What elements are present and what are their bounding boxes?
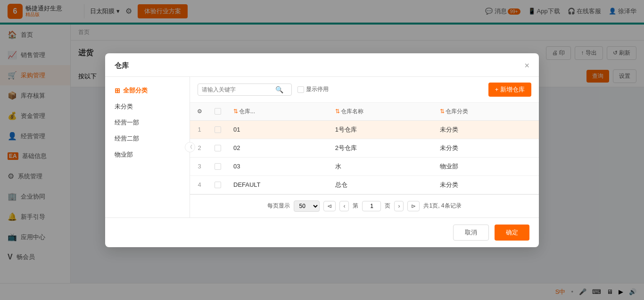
modal-footer: 取消 确定 [105,217,539,247]
row-name: 水 [330,157,434,175]
modal-header: 仓库 × [105,53,539,77]
show-disabled-checkbox[interactable]: 显示停用 [297,85,329,93]
warehouse-modal: 仓库 × 《 ⊞ 全部分类 未分类 经营一部 经营二部 [105,53,539,247]
first-page-btn[interactable]: ⊲ [323,201,336,211]
modal-title: 仓库 [115,61,129,70]
row-num: 1 [190,120,209,139]
modal-toolbar: 🔍 显示停用 + 新增仓库 [190,77,539,103]
disabled-checkbox[interactable] [297,86,304,93]
category-dept1[interactable]: 经营一部 [105,115,190,131]
search-box[interactable]: 🔍 [198,83,292,96]
page-label: 第 [353,202,358,210]
search-icon: 🔍 [275,86,283,93]
row-num: 4 [190,175,209,194]
row-code: DEFAULT [228,175,330,194]
row-code: 02 [228,139,330,157]
row-code: 03 [228,157,330,175]
row-category: 物业部 [434,157,539,175]
category-dept2[interactable]: 经营二部 [105,131,190,147]
table-row[interactable]: 1 01 1号仓库 未分类 [190,120,539,139]
row-code: 01 [228,120,330,139]
table-row[interactable]: 2 02 2号仓库 未分类 [190,139,539,157]
search-input[interactable] [202,86,272,93]
per-page-select[interactable]: 50 10 20 100 [294,200,320,212]
row-checkbox[interactable] [209,139,228,157]
table-row[interactable]: 4 DEFAULT 总仓 未分类 [190,175,539,194]
category-property[interactable]: 物业部 [105,147,190,163]
add-warehouse-btn[interactable]: + 新增仓库 [488,83,531,97]
modal-overlay[interactable]: 仓库 × 《 ⊞ 全部分类 未分类 经营一部 经营二部 [0,0,644,300]
modal-body: 《 ⊞ 全部分类 未分类 经营一部 经营二部 物业部 [105,77,539,217]
row-checkbox[interactable] [209,157,228,175]
page-suffix: 页 [385,202,390,210]
pagination: 每页显示 50 10 20 100 ⊲ ‹ 第 页 › ⊳ 共1页, 4条记录 [190,194,539,217]
modal-sidebar: 《 ⊞ 全部分类 未分类 经营一部 经营二部 物业部 [105,77,190,217]
cancel-btn[interactable]: 取消 [453,225,489,241]
row-name: 1号仓库 [330,120,434,139]
row-name: 2号仓库 [330,139,434,157]
category-all-icon: ⊞ [115,87,120,94]
modal-table: ⚙ ⇅仓库... ⇅仓库名称 ⇅仓库分类 1 01 [190,103,539,194]
last-page-btn[interactable]: ⊳ [407,201,420,211]
row-name: 总仓 [330,175,434,194]
total-text: 共1页, 4条记录 [423,202,461,210]
row-checkbox[interactable] [209,175,228,194]
row-category: 未分类 [434,139,539,157]
prev-page-btn[interactable]: ‹ [339,201,349,211]
modal-close-btn[interactable]: × [524,61,529,71]
col-checkbox [209,103,228,121]
category-all[interactable]: ⊞ 全部分类 [105,83,190,99]
category-unclassified[interactable]: 未分类 [105,99,190,115]
sidebar-toggle-btn[interactable]: 《 [185,142,195,152]
col-code: ⇅仓库... [228,103,330,121]
next-page-btn[interactable]: › [394,201,404,211]
col-gear: ⚙ [190,103,209,121]
modal-main: 🔍 显示停用 + 新增仓库 ⚙ [190,77,539,217]
table-header-row: ⚙ ⇅仓库... ⇅仓库名称 ⇅仓库分类 [190,103,539,121]
row-category: 未分类 [434,120,539,139]
col-category: ⇅仓库分类 [434,103,539,121]
col-name: ⇅仓库名称 [330,103,434,121]
warehouse-table: ⚙ ⇅仓库... ⇅仓库名称 ⇅仓库分类 1 01 [190,103,539,194]
row-category: 未分类 [434,175,539,194]
header-checkbox[interactable] [215,108,221,115]
per-page-label: 每页显示 [267,202,290,210]
table-row[interactable]: 3 03 水 物业部 [190,157,539,175]
page-input[interactable] [362,201,381,211]
row-checkbox[interactable] [209,120,228,139]
confirm-btn[interactable]: 确定 [495,225,529,241]
row-num: 3 [190,157,209,175]
